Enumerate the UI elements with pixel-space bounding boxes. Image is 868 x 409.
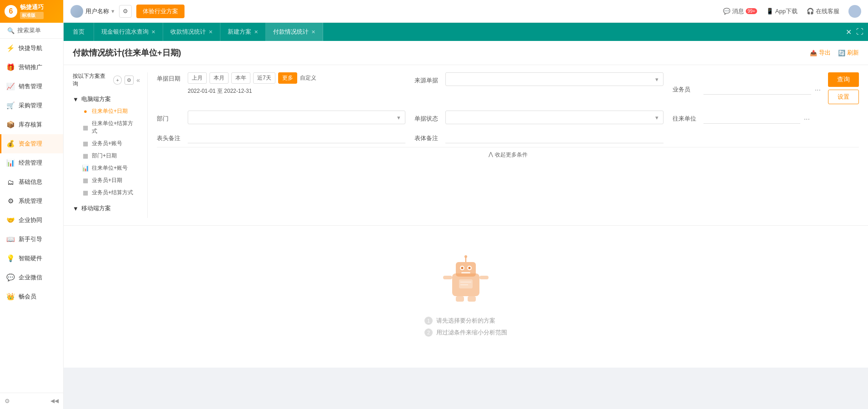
scheme-item[interactable]: ▦ 业务员+结算方式 <box>73 187 140 199</box>
sidebar-item-guide[interactable]: 📖 新手引导 <box>0 230 63 249</box>
online-service-btn[interactable]: 🎧 在线客服 <box>807 7 839 15</box>
sidebar-item-wechat[interactable]: 💬 企业微信 <box>0 268 63 287</box>
body-note-input[interactable] <box>445 131 663 143</box>
message-btn[interactable]: 💬 消息 99+ <box>723 7 757 15</box>
header-note-input[interactable] <box>188 131 405 143</box>
search-menu[interactable]: 🔍 搜索菜单 <box>0 23 63 39</box>
sidebar-item-quick-nav[interactable]: ⚡ 快捷导航 <box>0 39 63 58</box>
svg-rect-12 <box>468 296 476 302</box>
date-custom-label[interactable]: 自定义 <box>300 74 316 82</box>
scheme-item[interactable]: ▦ 业务员+日期 <box>73 174 140 187</box>
nav-label-marketing: 营销推广 <box>19 63 42 71</box>
sidebar-item-sales[interactable]: 📈 销售管理 <box>0 77 63 96</box>
sidebar-item-operation[interactable]: 📊 经营管理 <box>0 153 63 172</box>
nav-label-inventory: 库存核算 <box>19 121 42 129</box>
tab-close-payment-stat[interactable]: ✕ <box>311 29 315 35</box>
tab-label-payment-stat: 付款情况统计 <box>273 28 309 36</box>
scheme-item[interactable]: ▦ 往来单位+结算方式 <box>73 117 140 137</box>
salesperson-input[interactable] <box>703 82 811 95</box>
tab-expand-btn[interactable]: ⛶ <box>856 28 863 36</box>
nav-icon-guide: 📖 <box>6 235 15 244</box>
sidebar-item-marketing[interactable]: 🎁 营销推广 <box>0 58 63 77</box>
nav-label-operation: 经营管理 <box>19 159 42 167</box>
body-note-label: 表体备注 <box>414 132 442 142</box>
panel-collapse-btn[interactable]: « <box>136 76 140 84</box>
nav-icon-capital: 💰 <box>6 139 15 148</box>
sidebar-item-member[interactable]: 👑 畅会员 <box>0 287 63 306</box>
edition-badge: 标准版 <box>20 12 44 19</box>
footer-collapse-icon[interactable]: ◀◀ <box>50 398 59 404</box>
user-avatar <box>70 5 83 18</box>
nav-label-guide: 新手引导 <box>19 235 42 243</box>
tab-cashflow[interactable]: 现金银行流水查询✕ <box>94 23 163 41</box>
settings-icon: ⚙ <box>127 77 131 83</box>
sidebar-item-inventory[interactable]: 📦 库存核算 <box>0 115 63 134</box>
scheme-item-icon: ▦ <box>82 189 89 197</box>
export-btn[interactable]: 📤 导出 <box>810 49 831 57</box>
date-btn-last-month[interactable]: 上月 <box>188 72 207 84</box>
dept-dropdown-icon: ▾ <box>397 114 400 121</box>
sidebar-item-purchase[interactable]: 🛒 采购管理 <box>0 96 63 115</box>
date-btns-group: 上月本月本年近7天更多自定义 2022-01-01 至 2022-12-31 <box>188 72 316 95</box>
salesperson-label: 业务员 <box>673 83 700 94</box>
search-menu-label: 搜索菜单 <box>17 26 41 35</box>
tab-close-new-scheme[interactable]: ✕ <box>254 29 258 35</box>
nav-icon-smart-hw: 💡 <box>6 254 15 263</box>
collapse-more-btn[interactable]: ⋀ 收起更多条件 <box>157 147 859 162</box>
tab-receipt-stat[interactable]: 收款情况统计✕ <box>163 23 220 41</box>
service-icon: 🎧 <box>807 8 814 15</box>
sidebar-item-smart-hw[interactable]: 💡 智能硬件 <box>0 249 63 268</box>
date-btn-more[interactable]: 更多 <box>278 72 297 84</box>
message-label: 消息 <box>732 7 744 15</box>
scheme-item[interactable]: ▦ 业务员+账号 <box>73 137 140 150</box>
sidebar-item-basic-info[interactable]: 🗂 基础信息 <box>0 172 63 192</box>
scheme-item[interactable]: ● 往来单位+日期 <box>73 105 140 117</box>
tab-new-scheme[interactable]: 新建方案✕ <box>220 23 266 41</box>
salesperson-dots[interactable]: ... <box>815 84 821 92</box>
gear-icon: ⚙ <box>123 8 128 15</box>
topbar-gear-btn[interactable]: ⚙ <box>119 5 132 18</box>
tab-close-receipt-stat[interactable]: ✕ <box>209 29 213 35</box>
tab-payment-stat[interactable]: 付款情况统计✕ <box>266 23 323 41</box>
voucher-status-select[interactable]: ▾ <box>445 111 663 124</box>
tab-close-all-btn[interactable]: ✕ <box>846 28 852 36</box>
query-btn[interactable]: 查询 <box>828 72 859 87</box>
scheme-item-icon: ▦ <box>82 177 89 184</box>
date-btn-7days[interactable]: 近7天 <box>253 72 275 84</box>
search-icon: 🔍 <box>7 27 15 34</box>
trial-btn[interactable]: 体验行业方案 <box>136 5 185 18</box>
scheme-group-title[interactable]: ▼ 移动端方案 <box>73 202 140 214</box>
user-avatar-right[interactable] <box>848 5 861 18</box>
scheme-item[interactable]: 📊 往来单位+账号 <box>73 162 140 174</box>
tab-home[interactable]: 首页 <box>64 23 94 41</box>
date-btn-this-year[interactable]: 本年 <box>231 72 250 84</box>
tab-close-cashflow[interactable]: ✕ <box>151 29 155 35</box>
source-select[interactable]: ▾ <box>445 72 663 86</box>
app-download-btn[interactable]: 📱 App下载 <box>766 7 798 15</box>
refresh-btn[interactable]: 🔄 刷新 <box>838 49 859 57</box>
scheme-item-icon: 📊 <box>82 165 89 172</box>
sidebar-item-system[interactable]: ⚙ 系统管理 <box>0 192 63 211</box>
scheme-group-title[interactable]: ▼ 电脑端方案 <box>73 93 140 105</box>
filter-settings-btn[interactable]: 设置 <box>828 90 859 104</box>
footer-settings-icon[interactable]: ⚙ <box>5 398 10 404</box>
nav-icon-basic-info: 🗂 <box>6 177 15 187</box>
sidebar-item-enterprise[interactable]: 🤝 企业协同 <box>0 211 63 230</box>
nav-icon-sales: 📈 <box>6 82 15 91</box>
sidebar-header: 6 畅捷通巧 标准版 <box>0 0 63 23</box>
dropdown-icon[interactable]: ▾ <box>111 8 115 15</box>
tabbar-end: ✕ ⛶ <box>841 23 868 41</box>
scheme-settings-btn[interactable]: ⚙ <box>125 76 134 85</box>
scheme-item[interactable]: ▦ 部门+日期 <box>73 150 140 162</box>
svg-point-4 <box>461 267 464 269</box>
sidebar-item-capital[interactable]: 💰 资金管理 <box>0 134 63 153</box>
scheme-item-label: 业务员+日期 <box>92 177 122 184</box>
scheme-item-label: 业务员+结算方式 <box>92 189 133 197</box>
source-dropdown-icon: ▾ <box>655 76 658 83</box>
date-btn-this-month[interactable]: 本月 <box>210 72 229 84</box>
counterpart-input[interactable] <box>703 111 800 124</box>
page-header: 付款情况统计(往来单位+日期) 📤 导出 🔄 刷新 <box>64 41 868 65</box>
counterpart-dots[interactable]: ... <box>804 113 810 121</box>
dept-select[interactable]: ▾ <box>188 111 405 124</box>
add-scheme-btn[interactable]: + <box>113 76 122 85</box>
